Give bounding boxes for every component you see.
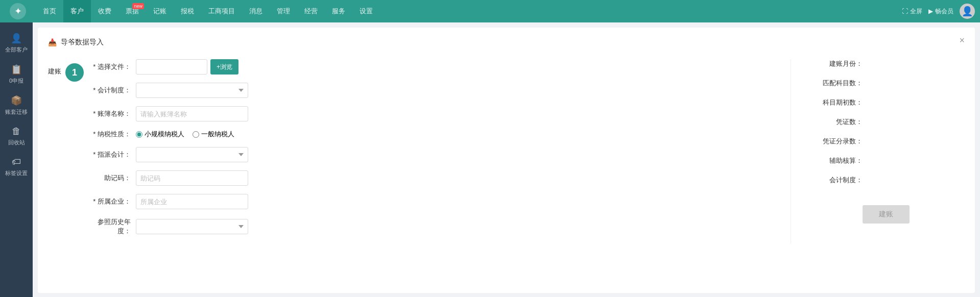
logo-area: ✦ [5,3,31,19]
voucher-count-label: 凭证数： [822,117,868,127]
declaration-label: 0申报 [9,77,23,85]
history-year-row: 参照历史年度： [90,217,780,236]
nav-item-business-projects[interactable]: 工商项目 [201,0,242,22]
build-month-row: 建账月份： [822,59,965,68]
history-year-select[interactable] [136,219,248,234]
nav-item-services[interactable]: 服务 [325,0,352,22]
ledger-name-label: * 账簿名称： [90,109,136,118]
memo-code-label: 助记码： [90,174,136,183]
nav-items: 首页 客户 收费 票据 new 记账 报税 工商项目 消息 管理 经营 服务 设… [36,0,902,22]
nav-item-operations[interactable]: 经营 [297,0,325,22]
layout: 👤 全部客户 📋 0申报 📦 账套迁移 🗑 回收站 🏷 标签设置 📥 导爷数据导… [0,22,980,297]
form-divider [791,59,791,244]
period-initial-label: 科目期初数： [822,98,868,107]
ledger-name-input[interactable] [136,106,248,121]
sidebar-item-recycle[interactable]: 🗑 回收站 [0,121,33,152]
right-accounting-system-label: 会计制度： [822,176,868,185]
nav-item-settings[interactable]: 设置 [352,0,380,22]
nav-item-management[interactable]: 管理 [270,0,297,22]
nav-item-messages[interactable]: 消息 [242,0,270,22]
tag-icon: 🏷 [12,157,21,167]
aux-accounting-row: 辅助核算： [822,156,965,165]
voucher-count-row: 凭证数： [822,117,965,127]
sidebar-item-tag-settings[interactable]: 🏷 标签设置 [0,152,33,182]
file-path-input[interactable] [136,59,207,75]
assign-accountant-row: * 指派会计： [90,147,780,162]
file-select-row: * 选择文件： +浏览 [90,59,780,75]
accounting-system-row: * 会计制度： [90,83,780,98]
voucher-split-label: 凭证分录数： [822,137,868,146]
all-clients-icon: 👤 [11,33,22,44]
accounting-system-label: * 会计制度： [90,86,136,95]
nav-item-bookkeeping[interactable]: 记账 [146,0,174,22]
nav-item-clients[interactable]: 客户 [63,0,91,22]
belongs-to-label: * 所属企业： [90,197,136,206]
nav-item-tax[interactable]: 报税 [174,0,201,22]
migration-label: 账套迁移 [5,108,28,116]
assign-accountant-select[interactable] [136,147,248,162]
match-subjects-label: 匹配科目数： [822,79,868,88]
tag-label: 标签设置 [5,169,28,177]
top-navigation: ✦ 首页 客户 收费 票据 new 记账 报税 工商项目 消息 管理 经营 服务… [0,0,980,22]
new-badge: new [132,3,144,9]
tax-small-radio[interactable]: 小规模纳税人 [136,130,184,139]
ledger-name-row: * 账簿名称： [90,106,780,121]
recycle-label: 回收站 [8,139,25,146]
belongs-to-input[interactable] [136,194,248,209]
assign-accountant-label: * 指派会计： [90,150,136,159]
panel-header-icon: 📥 [48,38,57,46]
browse-button[interactable]: +浏览 [210,59,238,75]
sidebar-item-declaration[interactable]: 📋 0申报 [0,59,33,90]
panel-header: 📥 导爷数据导入 [48,38,965,47]
step-label: 建账 [48,67,61,76]
sidebar: 👤 全部客户 📋 0申报 📦 账套迁移 🗑 回收站 🏷 标签设置 [0,22,33,297]
member-label: 畅会员 [935,7,953,16]
close-button[interactable]: × [959,36,965,45]
sidebar-item-all-clients[interactable]: 👤 全部客户 [0,28,33,59]
nav-item-bills[interactable]: 票据 new [118,0,146,22]
step-badge: 1 [65,63,84,82]
file-input-wrap: +浏览 [136,59,238,75]
tax-type-label: * 纳税性质： [90,130,136,139]
period-initial-row: 科目期初数： [822,98,965,107]
member-btn[interactable]: ▶ 畅会员 [928,7,953,16]
history-year-label: 参照历史年度： [90,217,136,236]
logo: ✦ [10,3,26,19]
user-avatar[interactable]: 👤 [960,4,975,19]
tax-type-radio-group: 小规模纳税人 一般纳税人 [136,130,234,139]
logo-icon: ✦ [14,6,22,17]
nav-right: ⛶ 全屏 ▶ 畅会员 👤 [902,4,975,19]
build-month-label: 建账月份： [822,59,868,68]
tax-type-row: * 纳税性质： 小规模纳税人 一般纳税人 [90,130,780,139]
file-label: * 选择文件： [90,62,136,71]
nav-item-billing[interactable]: 收费 [91,0,118,22]
accounting-system-select[interactable] [136,83,248,98]
form-container: 建账 1 * 选择文件： [48,59,965,244]
step-section: 建账 1 * 选择文件： [48,59,780,244]
nav-item-home[interactable]: 首页 [36,0,63,22]
tax-small-label: 小规模纳税人 [145,130,184,139]
avatar-icon: 👤 [962,6,973,17]
memo-code-input[interactable] [136,170,248,186]
build-account-button[interactable]: 建账 [863,205,910,224]
main-content: 📥 导爷数据导入 × 建账 1 [33,22,980,297]
belongs-to-row: * 所属企业： [90,194,780,209]
panel: 📥 导爷数据导入 × 建账 1 [38,28,975,293]
panel-title: 导爷数据导入 [61,38,104,47]
step-number-column: 建账 1 [48,59,90,91]
sidebar-item-account-migration[interactable]: 📦 账套迁移 [0,90,33,121]
recycle-icon: 🗑 [12,126,21,137]
match-subjects-row: 匹配科目数： [822,79,965,88]
build-btn-wrap: 建账 [822,195,965,224]
fullscreen-btn[interactable]: ⛶ 全屏 [902,7,922,16]
migration-icon: 📦 [11,95,22,106]
right-accounting-system-row: 会计制度： [822,176,965,185]
forms-column: * 选择文件： +浏览 * 会计制度： [90,59,780,244]
memo-code-row: 助记码： [90,170,780,186]
tax-general-label: 一般纳税人 [201,130,234,139]
member-icon: ▶ [928,8,933,15]
fullscreen-label: 全屏 [910,7,922,16]
form-left: 建账 1 * 选择文件： [48,59,780,244]
form-right: 建账月份： 匹配科目数： 科目期初数： 凭证数： 凭证分录数： [801,59,965,244]
tax-general-radio[interactable]: 一般纳税人 [193,130,234,139]
